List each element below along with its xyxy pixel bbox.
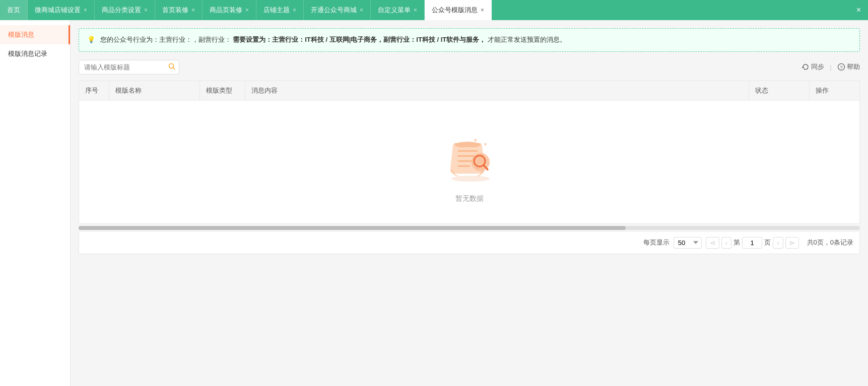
tab-shop-settings-close[interactable]: × [84, 7, 87, 14]
page-unit-label: 页 [764, 238, 771, 247]
tab-category-settings[interactable]: 商品分类设置 × [95, 0, 155, 20]
table-header: 序号 模版名称 模版类型 消息内容 状态 操作 [79, 81, 860, 100]
svg-point-4 [451, 176, 490, 182]
sync-button[interactable]: 同步 [802, 62, 824, 71]
page-input[interactable] [742, 237, 762, 249]
toolbar-divider: | [830, 63, 832, 71]
page-last-button[interactable]: ⊳ [785, 237, 799, 249]
refresh-icon [802, 63, 809, 70]
col-header-name: 模版名称 [109, 81, 200, 100]
tab-product-decor-label: 商品页装修 [210, 6, 242, 15]
sidebar-item-template-msg[interactable]: 模版消息 [0, 25, 70, 44]
tab-template-msg-close[interactable]: × [481, 7, 484, 14]
tab-bar: 首页 微商城店铺设置 × 商品分类设置 × 首页装修 × 商品页装修 × 店铺主… [0, 0, 868, 20]
page-prev-button[interactable]: ‹ [721, 237, 731, 249]
sidebar: 模版消息 模版消息记录 [0, 20, 71, 386]
tab-template-msg-label: 公众号模版消息 [432, 6, 478, 15]
page-nav: ⊲ ‹ 第 页 › ⊳ [706, 237, 799, 249]
tab-store-theme-close[interactable]: × [293, 7, 296, 14]
search-left [79, 60, 179, 74]
page-next-button[interactable]: › [773, 237, 783, 249]
page-total: 共0页，0条记录 [807, 238, 853, 247]
svg-text:?: ? [840, 65, 842, 70]
notice-text-prefix: 您的公众号行业为：主营行业：，副营行业： [100, 36, 231, 43]
notice-text-highlight: 需要设置为：主营行业：IT科技 / 互联网|电子商务，副营行业：IT科技 / I… [233, 36, 486, 43]
search-right: 同步 | ? 帮助 [802, 62, 860, 71]
sidebar-item-template-msg-log-label: 模版消息记录 [8, 50, 47, 57]
empty-text: 暂无数据 [79, 194, 859, 203]
tab-home[interactable]: 首页 [0, 0, 28, 20]
page-first-button[interactable]: ⊲ [706, 237, 719, 249]
notice-icon: 💡 [87, 36, 95, 43]
col-header-no: 序号 [79, 81, 109, 100]
data-table: 序号 模版名称 模版类型 消息内容 状态 操作 [79, 81, 860, 224]
tab-custom-menu-label: 自定义菜单 [378, 6, 411, 15]
help-button[interactable]: ? 帮助 [838, 62, 860, 71]
search-input-wrap [79, 60, 179, 74]
tab-category-settings-close[interactable]: × [144, 7, 148, 14]
tab-shop-settings[interactable]: 微商城店铺设置 × [28, 0, 95, 20]
tab-custom-menu-close[interactable]: × [414, 7, 417, 14]
page-goto-label: 第 [733, 238, 740, 247]
empty-state-row: 暂无数据 [79, 100, 860, 223]
tab-open-mall-label: 开通公众号商城 [311, 6, 357, 15]
search-icon [168, 63, 175, 70]
sidebar-item-template-msg-log[interactable]: 模版消息记录 [0, 44, 70, 63]
notice-banner: 💡 您的公众号行业为：主营行业：，副营行业： 需要设置为：主营行业：IT科技 /… [79, 28, 860, 52]
col-header-action: 操作 [810, 81, 860, 100]
tab-home-label: 首页 [7, 6, 20, 15]
search-input[interactable] [79, 60, 179, 74]
table-wrap: 序号 模版名称 模版类型 消息内容 状态 操作 [79, 81, 860, 232]
content-area: 💡 您的公众号行业为：主营行业：，副营行业： 需要设置为：主营行业：IT科技 /… [71, 20, 868, 386]
tab-category-settings-label: 商品分类设置 [102, 6, 141, 15]
table-body: 暂无数据 [79, 100, 860, 223]
tab-home-decor-label: 首页装修 [162, 6, 188, 15]
col-header-content: 消息内容 [245, 81, 749, 100]
pagination-bar: 每页显示 10 20 50 100 ⊲ ‹ 第 页 › ⊳ 共0页，0条记录 [79, 232, 860, 254]
col-header-type: 模版类型 [200, 81, 245, 100]
per-page-label: 每页显示 [643, 238, 670, 247]
tab-home-decor-close[interactable]: × [191, 7, 195, 14]
svg-line-1 [173, 67, 175, 69]
main-layout: 模版消息 模版消息记录 💡 您的公众号行业为：主营行业：，副营行业： 需要设置为… [0, 20, 868, 386]
table-header-row: 序号 模版名称 模版类型 消息内容 状态 操作 [79, 81, 860, 100]
tab-bar-close-all[interactable]: × [849, 6, 868, 15]
sidebar-item-template-msg-label: 模版消息 [8, 31, 34, 38]
help-icon: ? [838, 63, 845, 70]
tab-product-decor[interactable]: 商品页装修 × [203, 0, 256, 20]
search-button[interactable] [168, 63, 175, 71]
tab-store-theme[interactable]: 店铺主题 × [256, 0, 304, 20]
empty-state: 暂无数据 [79, 101, 859, 223]
col-header-status: 状态 [749, 81, 810, 100]
tab-custom-menu[interactable]: 自定义菜单 × [371, 0, 425, 20]
per-page-select[interactable]: 10 20 50 100 [674, 237, 702, 249]
tab-open-mall[interactable]: 开通公众号商城 × [304, 0, 371, 20]
tab-shop-settings-label: 微商城店铺设置 [35, 6, 81, 15]
tab-home-decor[interactable]: 首页装修 × [155, 0, 203, 20]
notice-text-suffix: 才能正常发送预置的消息。 [488, 36, 566, 43]
tab-product-decor-close[interactable]: × [245, 7, 249, 14]
tab-template-msg[interactable]: 公众号模版消息 × [425, 0, 492, 20]
search-bar: 同步 | ? 帮助 [79, 60, 860, 74]
empty-illustration [439, 131, 500, 186]
scroll-thumb[interactable] [79, 226, 626, 230]
sync-label: 同步 [811, 62, 824, 71]
horizontal-scrollbar[interactable] [79, 226, 860, 230]
help-label: 帮助 [847, 62, 860, 71]
tab-open-mall-close[interactable]: × [360, 7, 363, 14]
tab-store-theme-label: 店铺主题 [263, 6, 290, 15]
